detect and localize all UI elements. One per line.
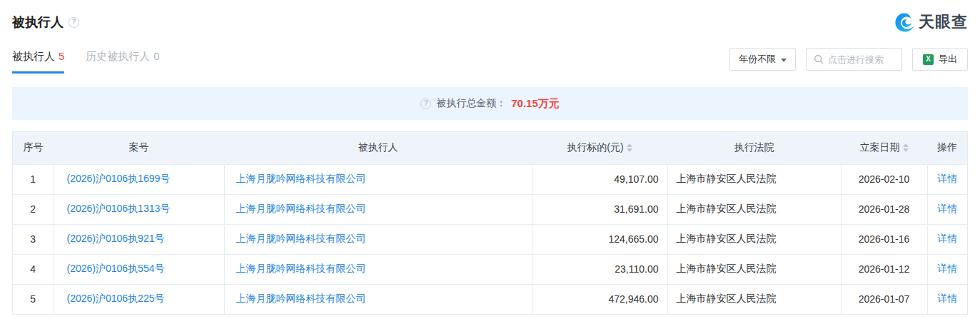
row-index: 5 (13, 284, 54, 314)
case-number-link[interactable]: (2026)沪0106执1313号 (67, 203, 171, 214)
tabs: 被执行人5 历史被执行人0 (12, 48, 160, 74)
sort-icon[interactable] (903, 143, 909, 152)
total-amount-value: 70.15万元 (511, 97, 560, 111)
col-header-date: 立案日期 (841, 132, 927, 164)
tab-label: 被执行人 (12, 50, 55, 64)
export-label: 导出 (939, 53, 957, 66)
col-header-person: 被执行人 (224, 132, 532, 164)
company-link[interactable]: 上海月胧吟网络科技有限公司 (236, 203, 366, 214)
title-wrap: 被执行人 ? (12, 14, 79, 31)
filing-date: 2026-02-10 (841, 164, 927, 194)
year-filter-value: 年份不限 (739, 53, 776, 66)
detail-link[interactable]: 详情 (937, 233, 957, 244)
filing-date: 2026-01-12 (841, 254, 927, 284)
tab-history-executed-person[interactable]: 历史被执行人0 (86, 50, 159, 74)
detail-link[interactable]: 详情 (937, 173, 957, 184)
company-link[interactable]: 上海月胧吟网络科技有限公司 (236, 233, 366, 244)
case-number-link[interactable]: (2026)沪0106执554号 (67, 263, 165, 274)
court-name: 上海市静安区人民法院 (667, 194, 841, 224)
tab-label: 历史被执行人 (86, 50, 150, 66)
execution-amount: 472,946.00 (532, 284, 667, 314)
company-link[interactable]: 上海月胧吟网络科技有限公司 (236, 293, 366, 304)
controls: 年份不限 X 导出 (729, 48, 968, 71)
row-index: 3 (13, 224, 54, 254)
search-input[interactable] (828, 54, 894, 65)
filing-date: 2026-01-07 (841, 284, 927, 314)
filing-date: 2026-01-28 (841, 194, 927, 224)
tab-count-badge: 0 (153, 50, 159, 66)
row-index: 1 (13, 164, 54, 194)
company-link[interactable]: 上海月胧吟网络科技有限公司 (236, 173, 366, 184)
execution-amount: 31,691.00 (532, 194, 667, 224)
case-number-link[interactable]: (2026)沪0106执225号 (67, 293, 165, 304)
execution-amount: 49,107.00 (532, 164, 667, 194)
case-number-link[interactable]: (2026)沪0106执921号 (67, 233, 165, 244)
tianyancha-logo-text: 天眼查 (919, 11, 968, 33)
toolbar-row: 被执行人5 历史被执行人0 年份不限 X (12, 48, 968, 74)
page-title: 被执行人 (12, 14, 64, 31)
company-link[interactable]: 上海月胧吟网络科技有限公司 (236, 263, 366, 274)
banner-help-icon[interactable]: ? (420, 98, 431, 109)
tianyancha-logo-icon (894, 12, 915, 33)
table-row: 3 (2026)沪0106执921号 上海月胧吟网络科技有限公司 124,665… (13, 224, 967, 254)
search-box (806, 48, 902, 71)
detail-link[interactable]: 详情 (937, 293, 957, 304)
court-name: 上海市静安区人民法院 (667, 164, 841, 194)
col-header-amount: 执行标的(元) (532, 132, 667, 164)
excel-icon: X (923, 54, 934, 65)
sort-icon[interactable] (627, 143, 632, 152)
row-index: 2 (13, 194, 54, 224)
table-row: 2 (2026)沪0106执1313号 上海月胧吟网络科技有限公司 31,691… (13, 194, 967, 224)
tab-count-badge: 5 (59, 50, 64, 64)
col-header-case-no: 案号 (54, 132, 224, 164)
tab-executed-person[interactable]: 被执行人5 (12, 50, 64, 74)
execution-amount: 23,110.00 (532, 254, 667, 284)
total-amount-banner: ? 被执行总金额： 70.15万元 (12, 87, 968, 120)
court-name: 上海市静安区人民法院 (667, 284, 841, 314)
court-name: 上海市静安区人民法院 (667, 254, 841, 284)
col-header-index: 序号 (13, 132, 54, 164)
table-header-row: 序号 案号 被执行人 执行标的(元) 执行法院 立案日期 操作 (13, 132, 967, 164)
case-number-link[interactable]: (2026)沪0106执1699号 (67, 173, 171, 184)
table-row: 5 (2026)沪0106执225号 上海月胧吟网络科技有限公司 472,946… (13, 284, 967, 314)
executed-person-section: 被执行人 ? 天眼查 被执行人5 (0, 0, 980, 315)
execution-amount: 124,665.00 (532, 224, 667, 254)
executed-person-table: 序号 案号 被执行人 执行标的(元) 执行法院 立案日期 操作 1 (2026) (12, 131, 968, 315)
table-row: 1 (2026)沪0106执1699号 上海月胧吟网络科技有限公司 49,107… (13, 164, 967, 194)
tianyancha-logo[interactable]: 天眼查 (894, 11, 968, 33)
detail-link[interactable]: 详情 (937, 263, 957, 274)
filing-date: 2026-01-16 (841, 224, 927, 254)
header-row: 被执行人 ? 天眼查 (12, 11, 968, 33)
col-header-action: 操作 (927, 132, 967, 164)
year-filter-dropdown[interactable]: 年份不限 (729, 48, 796, 71)
title-help-icon[interactable]: ? (69, 17, 79, 28)
export-button[interactable]: X 导出 (912, 48, 968, 71)
search-icon (814, 54, 824, 64)
row-index: 4 (13, 254, 54, 284)
col-header-court: 执行法院 (667, 132, 841, 164)
total-amount-label: 被执行总金额： (436, 97, 506, 110)
court-name: 上海市静安区人民法院 (667, 224, 841, 254)
table-row: 4 (2026)沪0106执554号 上海月胧吟网络科技有限公司 23,110.… (13, 254, 967, 284)
detail-link[interactable]: 详情 (937, 203, 957, 214)
chevron-down-icon (781, 59, 787, 62)
